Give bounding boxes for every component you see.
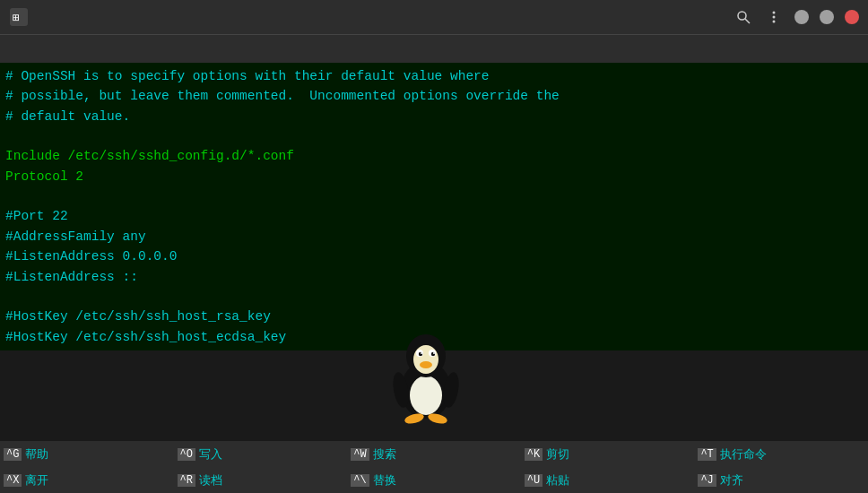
shortcut-label: 写入 [199, 446, 222, 463]
editor-line: # default value. [5, 107, 863, 126]
shortcut-label: 粘贴 [546, 472, 569, 489]
svg-point-6 [773, 21, 776, 23]
editor-line: #Port 22 [5, 206, 863, 226]
maximize-button[interactable] [820, 10, 834, 24]
titlebar-controls [733, 7, 859, 27]
svg-point-5 [773, 16, 776, 19]
editor-line: #ListenAddress :: [5, 267, 863, 287]
shortcut-item[interactable]: ^J对齐 [694, 472, 868, 489]
shortcut-row-1: ^G帮助^O写入^W搜索^K剪切^T执行命令 [0, 441, 868, 467]
svg-point-21 [441, 371, 462, 409]
editor-line [5, 126, 863, 146]
shortcut-item[interactable]: ^R读档 [174, 472, 348, 489]
shortcut-label: 执行命令 [720, 446, 767, 463]
svg-point-8 [410, 376, 442, 415]
svg-point-12 [429, 350, 436, 357]
shortcut-key: ^O [178, 448, 195, 461]
shortcuts-bar: ^G帮助^O写入^W搜索^K剪切^T执行命令 ^X离开^R读档^\替换^U粘贴^… [0, 441, 868, 493]
shortcut-item[interactable]: ^X离开 [0, 472, 174, 489]
svg-point-11 [416, 350, 423, 357]
editor-line: Protocol 2 [5, 167, 863, 186]
shortcut-item[interactable]: ^U粘贴 [521, 472, 695, 489]
shortcut-key: ^T [698, 448, 716, 461]
svg-point-16 [433, 352, 435, 354]
shortcut-item[interactable]: ^O写入 [174, 446, 348, 463]
shortcut-key: ^W [351, 448, 369, 461]
menu-icon[interactable] [764, 7, 784, 27]
shortcut-key: ^U [525, 474, 542, 487]
titlebar: ⊞ [0, 0, 868, 34]
svg-point-15 [421, 352, 422, 354]
shortcut-item[interactable]: ^T执行命令 [694, 446, 868, 463]
search-icon[interactable] [733, 7, 753, 27]
shortcut-key: ^X [4, 474, 22, 487]
editor-line: # OpenSSH is to specify options with the… [5, 66, 863, 86]
shortcut-key: ^K [525, 448, 542, 461]
svg-point-17 [420, 361, 432, 368]
shortcut-row-2: ^X离开^R读档^\替换^U粘贴^J对齐 [0, 467, 868, 493]
nano-header [0, 34, 868, 63]
shortcut-item[interactable]: ^W搜索 [347, 446, 521, 463]
shortcut-key: ^\ [351, 474, 369, 487]
editor-line: #ListenAddress 0.0.0.0 [5, 246, 863, 266]
minimize-button[interactable] [794, 10, 809, 24]
svg-point-2 [738, 12, 746, 20]
svg-point-4 [773, 12, 776, 14]
shortcut-label: 读档 [199, 472, 222, 489]
shortcut-item[interactable]: ^K剪切 [521, 446, 695, 463]
editor-line: #HostKey /etc/ssh/ssh_host_rsa_key [5, 307, 863, 326]
close-button[interactable] [845, 10, 859, 24]
shortcut-label: 替换 [373, 472, 396, 489]
shortcut-label: 离开 [25, 472, 48, 489]
svg-point-20 [391, 371, 412, 409]
shortcut-label: 对齐 [720, 472, 743, 489]
editor-line: #HostKey /etc/ssh/ssh_host_ecdsa_key [5, 327, 863, 347]
shortcut-label: 剪切 [546, 446, 569, 463]
editor-line: #AddressFamily any [5, 227, 863, 246]
editor-line [5, 186, 863, 206]
svg-text:⊞: ⊞ [13, 12, 20, 25]
shortcut-item[interactable]: ^\替换 [347, 472, 521, 489]
app-icon: ⊞ [9, 7, 29, 27]
shortcut-label: 搜索 [373, 446, 396, 463]
shortcut-label: 帮助 [25, 446, 48, 463]
shortcut-item[interactable]: ^G帮助 [0, 446, 174, 463]
svg-point-19 [427, 411, 448, 424]
editor-line [5, 287, 863, 307]
svg-point-18 [404, 411, 425, 424]
shortcut-key: ^R [178, 474, 195, 487]
editor-area[interactable]: # OpenSSH is to specify options with the… [0, 63, 868, 350]
editor-line: # possible, but leave them commented. Un… [5, 86, 863, 106]
svg-point-7 [401, 361, 451, 419]
svg-line-3 [745, 19, 750, 23]
svg-point-13 [419, 352, 422, 356]
titlebar-left: ⊞ [9, 7, 29, 27]
shortcut-key: ^J [698, 474, 716, 487]
editor-line: Include /etc/ssh/sshd_config.d/*.conf [5, 146, 863, 166]
svg-point-14 [431, 352, 435, 356]
shortcut-key: ^G [4, 448, 22, 461]
